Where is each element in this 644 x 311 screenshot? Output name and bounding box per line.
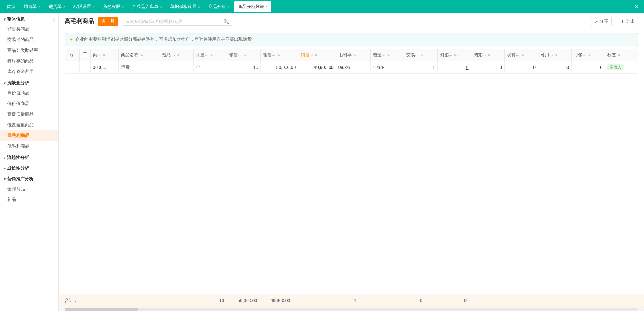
info-text: 企业的主要的利润都是这部分商品创造的，可考虑加大推广，同时关注库存是不要出现缺货 [75, 36, 252, 43]
sidebar-item-sales-goods[interactable]: 销售类商品 [0, 24, 58, 35]
sidebar-item-low-value[interactable]: 低价值商品 [0, 98, 58, 109]
tab-roles-close[interactable]: × [122, 5, 124, 9]
cell-transaction: 1 [404, 61, 438, 74]
col-sales-profit-header[interactable]: 销售... ⇅ [298, 49, 336, 61]
table-wrapper: ⚙ 商... ⇅ 商品名称 [59, 49, 644, 294]
window-close-button[interactable]: × [632, 3, 641, 10]
group-arrow-overall: ▾ [4, 17, 6, 21]
col-coverage-header[interactable]: 覆盖... ⇅ [371, 49, 404, 61]
col-browse2-header[interactable]: 浏览... ⇅ [471, 49, 504, 61]
tab-sales[interactable]: 销售单 × [20, 1, 44, 12]
top-navigation: 首页 销售单 × 进货单 × 权限设置 × 角色权限 × 产成品入库单 × 单据… [0, 0, 644, 13]
sort-icon-spec: ⇅ [176, 53, 179, 57]
col-browse1-header[interactable]: 浏览... ⇅ [438, 49, 471, 61]
tab-template-settings[interactable]: 单据模板设置 × [166, 1, 204, 12]
scrollbar-thumb[interactable] [65, 308, 138, 311]
select-all-checkbox[interactable] [83, 52, 87, 57]
scrollbar-track[interactable] [65, 308, 638, 311]
sidebar-group-overall[interactable]: ▾ 整体信息 [0, 13, 58, 24]
share-icon: ↗ [594, 19, 598, 24]
sidebar-item-all-goods[interactable]: 全部商品 [0, 184, 58, 194]
col-sellable-header[interactable]: 可销... ⇅ [572, 49, 605, 61]
sort-icon-code: ⇅ [102, 53, 105, 57]
col-tag-header[interactable]: 标签 ⇅ [605, 49, 638, 61]
col-settings[interactable]: ⚙ [65, 49, 79, 61]
tab-product-analysis-list-close[interactable]: × [266, 5, 268, 9]
tab-product-analysis-close[interactable]: × [227, 5, 230, 9]
footer-sales-profit: 49,900.00 [259, 298, 292, 303]
sort-icon-browse2: ⇅ [488, 53, 490, 57]
sort-icon-name: ⇅ [140, 53, 143, 57]
search-icon[interactable]: 🔍 [223, 19, 229, 24]
sort-icon-sales-amount: ⇅ [277, 53, 280, 57]
tab-purchase[interactable]: 进货单 × [45, 1, 69, 12]
sidebar-item-low-coverage[interactable]: 低覆盖量商品 [0, 120, 58, 130]
sidebar-item-new-goods[interactable]: 新品 [0, 194, 58, 205]
sidebar-item-traded-goods[interactable]: 交易过的商品 [0, 35, 58, 45]
sort-icon-current-stock: ⇅ [521, 53, 524, 57]
sort-icon-tag: ⇅ [618, 53, 620, 57]
tab-template-settings-close[interactable]: × [198, 5, 200, 9]
main-area: 《 ▾ 整体信息 销售类商品 交易过的商品 商品分类助销率 有库存的商品 库存资… [0, 13, 644, 311]
sort-icon-available-stock: ⇅ [554, 53, 557, 57]
col-name-header[interactable]: 商品名称 ⇅ [119, 49, 160, 61]
col-sales-amount-header[interactable]: 销售... ⇅ [260, 49, 298, 61]
sidebar-group-growth[interactable]: ▸ 成长性分析 [0, 162, 58, 173]
col-current-stock-header[interactable]: 现有... ⇅ [504, 49, 538, 61]
table-row: 1 0000... 运费 个 10 50,000.00 49,900.00 99… [65, 61, 638, 74]
group-label-overall: 整体信息 [7, 16, 25, 22]
footer-current-stock: 0 [403, 298, 425, 303]
tab-product-analysis[interactable]: 商品分析 × [205, 1, 233, 12]
tab-permissions-close[interactable]: × [93, 5, 95, 9]
cell-sales-qty: 10 [227, 61, 260, 74]
cell-browse2: 0 [471, 61, 504, 74]
tab-product-analysis-list[interactable]: 商品分析列表 × [234, 1, 271, 12]
export-icon: ⬆ [621, 19, 625, 24]
content-area: 高毛利商品 近一月 🔍 ↗ 分享 ⬆ 导出 ✦ 企业的主要的利润都是这部分商品创… [59, 13, 644, 311]
footer-sales-qty: 10 [204, 298, 226, 303]
sidebar-item-high-value[interactable]: 高价值商品 [0, 88, 58, 98]
tab-roles[interactable]: 角色权限 × [99, 1, 128, 12]
col-transaction-header[interactable]: 交易... ⇅ [404, 49, 438, 61]
tab-purchase-close[interactable]: × [63, 5, 65, 9]
sort-icon-gross-margin: ⇅ [353, 53, 356, 57]
sort-icon-sales-profit: ⇅ [314, 53, 317, 57]
table-footer: 合计： 10 50,000.00 49,900.00 1 0 0 [59, 294, 644, 307]
sidebar-item-low-margin[interactable]: 低毛利商品 [0, 141, 58, 152]
group-label-growth: 成长性分析 [7, 165, 29, 171]
col-spec-header[interactable]: 规格... ⇅ [160, 49, 194, 61]
col-unit-header[interactable]: 计量... ⇅ [194, 49, 227, 61]
group-label-marketing: 营销推广分析 [7, 176, 33, 182]
tab-sales-close[interactable]: × [38, 5, 40, 9]
tab-home[interactable]: 首页 [3, 1, 19, 12]
sidebar: 《 ▾ 整体信息 销售类商品 交易过的商品 商品分类助销率 有库存的商品 库存资… [0, 13, 59, 311]
sidebar-item-stock-capital[interactable]: 库存资金占用 [0, 66, 58, 77]
product-table: ⚙ 商... ⇅ 商品名称 [65, 49, 638, 74]
sidebar-item-high-margin[interactable]: 高毛利商品 [0, 130, 58, 141]
col-gross-margin-header[interactable]: 毛利率 ⇅ [336, 49, 370, 61]
tab-product-inbound[interactable]: 产成品入库单 × [128, 1, 166, 12]
cell-current-stock: 0 [504, 61, 538, 74]
sidebar-group-marketing[interactable]: ▾ 营销推广分析 [0, 173, 58, 184]
sidebar-group-contribution[interactable]: ▾ 贡献量分析 [0, 77, 58, 88]
share-button[interactable]: ↗ 分享 [591, 17, 612, 26]
tab-permissions[interactable]: 权限设置 × [70, 1, 98, 12]
sidebar-item-stocked-goods[interactable]: 有库存的商品 [0, 56, 58, 66]
sidebar-item-high-coverage[interactable]: 高覆盖量商品 [0, 109, 58, 120]
sidebar-collapse-button[interactable]: 《 [50, 16, 55, 23]
col-code-header[interactable]: 商... ⇅ [90, 49, 119, 61]
time-filter-button[interactable]: 近一月 [98, 17, 118, 26]
sort-icon-unit: ⇅ [210, 53, 213, 57]
sidebar-item-category-rate[interactable]: 商品分类助销率 [0, 45, 58, 56]
col-sales-qty-header[interactable]: 销售... ⇅ [227, 49, 260, 61]
sidebar-group-trend[interactable]: ▸ 流趋性分析 [0, 152, 58, 162]
export-button[interactable]: ⬆ 导出 [618, 17, 638, 26]
search-input[interactable] [125, 19, 222, 24]
col-available-stock-header[interactable]: 可用... ⇅ [538, 49, 571, 61]
tab-product-inbound-close[interactable]: × [160, 5, 162, 9]
search-box: 🔍 [122, 18, 232, 26]
content-header: 高毛利商品 近一月 🔍 ↗ 分享 ⬆ 导出 [59, 13, 644, 30]
row-checkbox[interactable] [83, 65, 87, 69]
sort-icon-browse1: ⇅ [454, 53, 457, 57]
footer-sales-amount: 50,000.00 [226, 298, 259, 303]
